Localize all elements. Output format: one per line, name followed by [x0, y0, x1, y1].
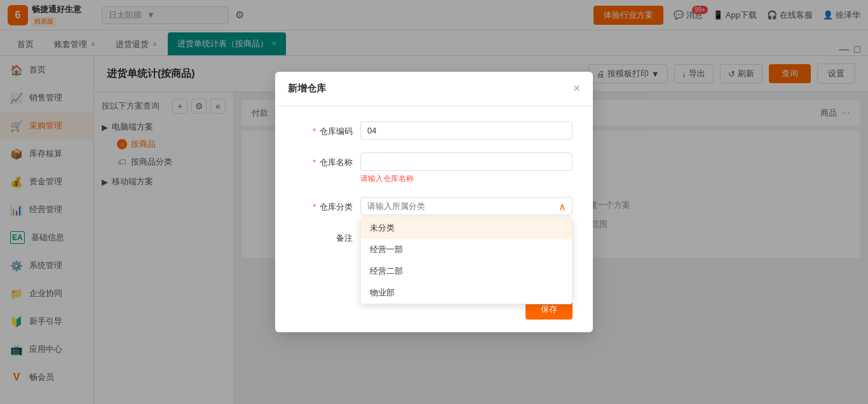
dialog-close-btn[interactable]: × [573, 82, 580, 95]
warehouse-name-label: * 仓库名称 [295, 152, 353, 168]
dialog-header: 新增仓库 × [275, 72, 593, 106]
dialog-title: 新增仓库 [288, 83, 326, 95]
code-required-mark: * [313, 126, 316, 136]
dropdown-option-property[interactable]: 物业部 [361, 282, 572, 304]
warehouse-code-input[interactable] [360, 121, 573, 140]
warehouse-code-label: * 仓库编码 [295, 121, 353, 137]
name-required-mark: * [313, 158, 316, 167]
new-warehouse-dialog: 新增仓库 × * 仓库编码 * 仓库名称 请输入仓库名称 [275, 72, 593, 332]
warehouse-name-row: * 仓库名称 请输入仓库名称 [295, 152, 573, 184]
dropdown-option-ops2[interactable]: 经营二部 [361, 260, 572, 282]
dropdown-option-ops1[interactable]: 经营一部 [361, 239, 572, 260]
warehouse-category-label: * 仓库分类 [295, 197, 353, 213]
dropdown-option-uncategorized[interactable]: 未分类 [361, 217, 572, 239]
warehouse-category-wrapper: ∧ 未分类 经营一部 经营二部 物业部 [360, 197, 573, 215]
category-dropdown-list: 未分类 经营一部 经营二部 物业部 [360, 217, 573, 304]
warehouse-category-input[interactable] [360, 197, 573, 215]
warehouse-name-input[interactable] [360, 152, 573, 171]
warehouse-name-wrapper: 请输入仓库名称 [360, 152, 573, 184]
dialog-body: * 仓库编码 * 仓库名称 请输入仓库名称 * [275, 106, 593, 292]
category-dropdown-arrow[interactable]: ∧ [559, 200, 566, 212]
category-required-mark: * [313, 202, 316, 212]
warehouse-code-row: * 仓库编码 [295, 121, 573, 140]
warehouse-remark-label: 备注 [295, 228, 353, 244]
dialog-overlay: 新增仓库 × * 仓库编码 * 仓库名称 请输入仓库名称 [0, 0, 868, 404]
warehouse-name-error: 请输入仓库名称 [360, 173, 573, 184]
warehouse-category-row: * 仓库分类 ∧ 未分类 经营一部 经营二部 [295, 197, 573, 215]
